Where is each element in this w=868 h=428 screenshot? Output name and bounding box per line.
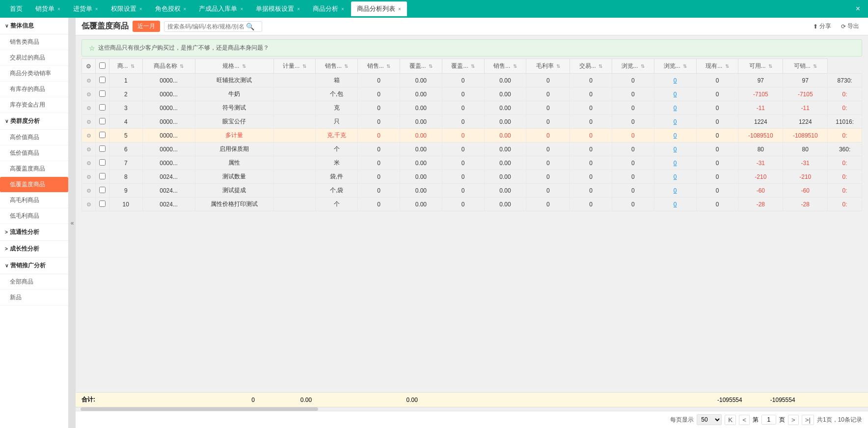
sidebar-item-low-value[interactable]: 低价值商品 [0, 145, 68, 161]
cell-avail: -28 [783, 198, 828, 211]
cell-gear[interactable]: ⚙ [82, 198, 96, 211]
cell-gear[interactable]: ⚙ [82, 129, 96, 143]
cell-checkbox[interactable] [96, 87, 109, 101]
col-avail: 可用... ⇅ [738, 59, 783, 74]
cell-checkbox[interactable] [96, 170, 109, 184]
nav-tab-roles[interactable]: 角色授权 × [149, 1, 192, 16]
cell-trade: 0 [612, 129, 654, 143]
cell-browse1: 0 [654, 115, 696, 129]
close-analysis-list-tab[interactable]: × [398, 6, 401, 12]
sidebar-item-all-goods[interactable]: 全部商品 [0, 274, 68, 290]
search-input[interactable] [167, 23, 246, 30]
sidebar-item-category-rate[interactable]: 商品分类动销率 [0, 66, 68, 82]
nav-tab-inbound[interactable]: 产成品入库单 × [193, 1, 249, 16]
nav-tab-analysis-list[interactable]: 商品分析列表 × [351, 1, 407, 16]
close-all-button[interactable]: × [852, 2, 864, 15]
cell-checkbox[interactable] [96, 156, 109, 170]
close-sales-tab[interactable]: × [57, 6, 60, 12]
close-template-tab[interactable]: × [297, 6, 300, 12]
cell-gear[interactable]: ⚙ [82, 170, 96, 184]
row-checkbox[interactable] [99, 118, 106, 124]
cell-gear[interactable]: ⚙ [82, 115, 96, 129]
per-page-label: 每页显示 [670, 416, 694, 424]
cell-gear[interactable]: ⚙ [82, 101, 96, 115]
cell-avail: -11 [783, 101, 828, 115]
share-button[interactable]: ⬆ 分享 [810, 21, 834, 32]
cell-gross: 0 [570, 143, 612, 156]
nav-tab-sales[interactable]: 销货单 × [29, 1, 66, 16]
export-button[interactable]: ⟳ 导出 [838, 21, 862, 32]
nav-tab-template[interactable]: 单据模板设置 × [250, 1, 306, 16]
checkbox-column-header[interactable] [96, 59, 109, 74]
per-page-select[interactable]: 50 100 200 [697, 414, 722, 425]
page-input[interactable] [761, 415, 776, 425]
sidebar-item-low-margin[interactable]: 低毛利商品 [0, 208, 68, 224]
close-permissions-tab[interactable]: × [139, 6, 142, 12]
gear-column-header[interactable]: ⚙ [82, 59, 96, 74]
cell-cover1: 0 [442, 74, 484, 87]
cell-sales-amt: 0.00 [400, 143, 442, 156]
row-checkbox[interactable] [99, 173, 106, 179]
row-checkbox[interactable] [99, 145, 106, 152]
sidebar-collapse-button[interactable]: « [69, 18, 76, 428]
sidebar-section-overview[interactable]: ∨ 整体信息 [0, 18, 68, 34]
sidebar-item-stock-goods[interactable]: 有库存的商品 [0, 82, 68, 97]
table-row: ⚙30000...符号测试克00.0000.0000000-11-110: [82, 101, 862, 115]
close-roles-tab[interactable]: × [184, 6, 187, 12]
sidebar-section-marketing[interactable]: ∨ 营销推广分析 [0, 257, 68, 274]
cell-checkbox[interactable] [96, 143, 109, 156]
cell-checkbox[interactable] [96, 184, 109, 198]
cell-gear[interactable]: ⚙ [82, 156, 96, 170]
nav-tab-analysis[interactable]: 商品分析 × [307, 1, 350, 16]
first-page-button[interactable]: K [725, 415, 736, 425]
cell-sales2: 0 [526, 87, 570, 101]
cell-gear[interactable]: ⚙ [82, 74, 96, 87]
sidebar-item-high-value[interactable]: 高价值商品 [0, 130, 68, 145]
row-checkbox[interactable] [99, 90, 106, 97]
nav-tab-home[interactable]: 首页 [4, 1, 28, 16]
cell-checkbox[interactable] [96, 101, 109, 115]
sidebar-item-traded-goods[interactable]: 交易过的商品 [0, 50, 68, 66]
next-page-button[interactable]: > [788, 415, 799, 425]
table-container[interactable]: ⚙ 商... ⇅ 商品名称 ⇅ 规格... ⇅ 计量... ⇅ 销售... ⇅ … [81, 58, 862, 392]
horizontal-scrollbar[interactable] [76, 407, 868, 411]
row-checkbox[interactable] [99, 187, 106, 193]
close-purchase-tab[interactable]: × [95, 6, 98, 12]
cell-checkbox[interactable] [96, 198, 109, 211]
cell-browse2: 0 [696, 74, 738, 87]
select-all-checkbox[interactable] [99, 62, 106, 69]
cell-saleable: 360: [828, 143, 862, 156]
row-checkbox[interactable] [99, 104, 106, 111]
close-inbound-tab[interactable]: × [240, 6, 243, 12]
cell-checkbox[interactable] [96, 115, 109, 129]
cell-gear[interactable]: ⚙ [82, 87, 96, 101]
nav-tab-purchase[interactable]: 进货单 × [67, 1, 104, 16]
sidebar-section-growth[interactable]: > 成长性分析 [0, 241, 68, 257]
sidebar-item-new-goods[interactable]: 新品 [0, 290, 68, 306]
last-page-button[interactable]: >| [802, 415, 814, 425]
sidebar-section-group[interactable]: ∨ 类群度分析 [0, 113, 68, 130]
close-analysis-tab[interactable]: × [341, 6, 344, 12]
prev-page-button[interactable]: < [739, 415, 750, 425]
sidebar-item-high-coverage[interactable]: 高覆盖度商品 [0, 161, 68, 177]
nav-tab-permissions[interactable]: 权限设置 × [105, 1, 148, 16]
cell-gear[interactable]: ⚙ [82, 143, 96, 156]
row-checkbox[interactable] [99, 200, 106, 207]
cell-sales2: 0 [526, 115, 570, 129]
row-checkbox[interactable] [99, 132, 106, 138]
sidebar-section-circulation[interactable]: > 流通性分析 [0, 224, 68, 241]
sidebar-item-stock-capital[interactable]: 库存资金占用 [0, 97, 68, 113]
row-checkbox[interactable] [99, 159, 106, 166]
cell-gross: 0 [570, 115, 612, 129]
cell-no: 8 [109, 170, 143, 184]
col-curr: 现有... ⇅ [696, 59, 738, 74]
period-button[interactable]: 近一月 [133, 21, 160, 32]
cell-gear[interactable]: ⚙ [82, 184, 96, 198]
sidebar-item-low-coverage[interactable]: 低覆盖度商品 [0, 177, 68, 193]
cell-checkbox[interactable] [96, 129, 109, 143]
cell-checkbox[interactable] [96, 74, 109, 87]
sidebar-item-sales-goods[interactable]: 销售类商品 [0, 34, 68, 50]
row-checkbox[interactable] [99, 77, 106, 83]
cell-unit: 个 [316, 198, 358, 211]
sidebar-item-high-margin[interactable]: 高毛利商品 [0, 193, 68, 208]
